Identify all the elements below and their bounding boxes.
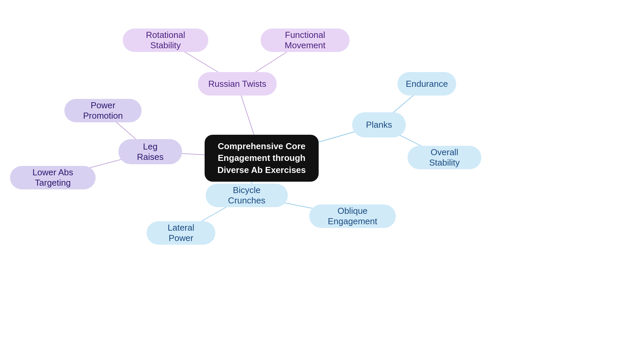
node-functional-movement[interactable]: Functional Movement: [261, 28, 350, 52]
node-label: Bicycle Crunches: [216, 185, 278, 206]
node-label: Oblique Engagement: [319, 206, 386, 227]
node-label: Rotational Stability: [133, 30, 198, 51]
node-label: Russian Twists: [208, 79, 266, 89]
node-power-promotion[interactable]: Power Promotion: [64, 99, 142, 122]
node-label: Lateral Power: [157, 223, 205, 243]
node-label: Overall Stability: [418, 147, 471, 168]
node-label: Lower Abs Targeting: [20, 167, 86, 188]
mind-map-connections: [0, 0, 644, 363]
center-node: Comprehensive Core Engagement through Di…: [205, 135, 319, 182]
node-leg-raises[interactable]: Leg Raises: [118, 139, 182, 164]
node-endurance[interactable]: Endurance: [397, 72, 456, 96]
node-overall-stability[interactable]: Overall Stability: [408, 146, 481, 169]
node-russian-twists[interactable]: Russian Twists: [198, 72, 277, 96]
node-label: Planks: [366, 120, 392, 130]
node-planks[interactable]: Planks: [352, 112, 406, 137]
node-label: Functional Movement: [271, 30, 339, 51]
node-label: Endurance: [406, 79, 448, 89]
node-bicycle-crunches[interactable]: Bicycle Crunches: [206, 184, 288, 207]
node-rotational-stability[interactable]: Rotational Stability: [123, 28, 208, 52]
node-label: Power Promotion: [74, 100, 131, 121]
center-label: Comprehensive Core Engagement through Di…: [215, 140, 309, 176]
node-lateral-power[interactable]: Lateral Power: [147, 221, 215, 245]
node-label: Leg Raises: [128, 141, 172, 162]
node-oblique-engagement[interactable]: Oblique Engagement: [309, 204, 396, 228]
node-lower-abs-targeting[interactable]: Lower Abs Targeting: [10, 166, 96, 189]
